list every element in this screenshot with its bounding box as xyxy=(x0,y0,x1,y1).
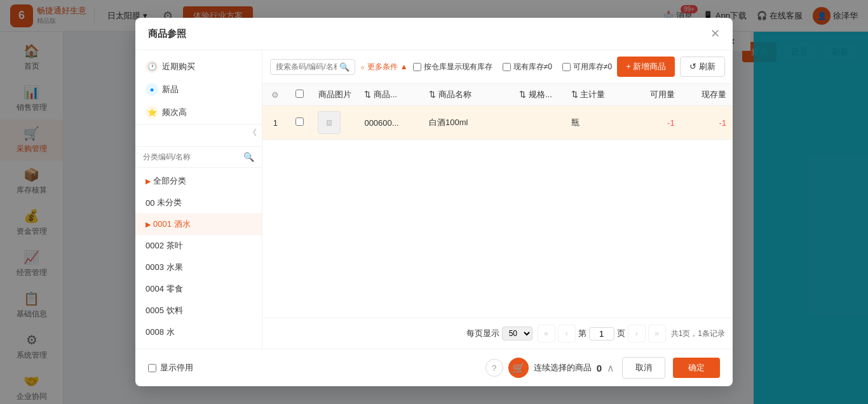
checkbox-available-nonzero-input[interactable] xyxy=(562,63,571,71)
col-unit-header[interactable]: ⇅ 主计量 xyxy=(565,84,616,106)
col-img-header: 商品图片 xyxy=(311,84,358,106)
checkbox-stock-nonzero-label: 现有库存≠0 xyxy=(513,62,552,72)
page-nav: « ‹ 第 页 › » xyxy=(538,325,666,342)
col-settings[interactable]: ⚙ xyxy=(262,84,288,106)
modal-overlay: 商品参照 ✕ 🕐 近期购买 ● 新品 ⭐ 频次高 xyxy=(0,0,868,404)
category-search-input[interactable] xyxy=(143,152,240,161)
col-code-header[interactable]: ⇅ 商品... xyxy=(358,84,423,106)
row-img-cell: 🖼 xyxy=(311,106,358,140)
page-first-btn[interactable]: « xyxy=(538,325,555,342)
category-0001[interactable]: ▶ 0001 酒水 xyxy=(135,213,262,235)
row-available: -1 xyxy=(616,106,681,140)
refresh-btn[interactable]: ↺ 刷新 xyxy=(680,57,725,77)
product-search-input[interactable] xyxy=(276,62,337,71)
checkbox-available-nonzero-label: 可用库存≠0 xyxy=(573,62,612,72)
show-disabled-checkbox[interactable] xyxy=(148,364,156,372)
col-checkbox xyxy=(288,84,312,106)
page-prev-btn[interactable]: ‹ xyxy=(558,325,576,342)
col-code-label: 商品... xyxy=(374,90,397,99)
col-stock-label: 现存量 xyxy=(702,90,726,99)
product-table: ⚙ 商品图片 ⇅ 商品... ⇅ xyxy=(262,84,733,140)
help-btn[interactable]: ? xyxy=(485,359,503,377)
select-all-checkbox[interactable] xyxy=(295,90,304,98)
col-name-header[interactable]: ⇅ 商品名称 xyxy=(423,84,513,106)
category-0004-label: 0004 零食 xyxy=(146,283,183,295)
category-0003[interactable]: 0003 水果 xyxy=(135,257,262,278)
category-0005-label: 0005 饮料 xyxy=(146,305,183,316)
search-icon[interactable]: 🔍 xyxy=(243,152,254,162)
row-stock: -1 xyxy=(681,106,733,140)
add-product-btn[interactable]: + 新增商品 xyxy=(617,57,675,77)
cart-icon: 🛒 xyxy=(512,362,525,374)
quick-link-recent[interactable]: 🕐 近期购买 xyxy=(135,55,262,78)
page-last-btn[interactable]: » xyxy=(648,325,666,342)
checkbox-warehouse-input[interactable] xyxy=(413,63,421,71)
filter-checkboxes: 按仓库显示现有库存 现有库存≠0 可用库存≠0 xyxy=(413,62,613,72)
freq-icon: ⭐ xyxy=(146,106,158,119)
sort-icon-code: ⇅ xyxy=(364,90,371,99)
category-all[interactable]: ▶ 全部分类 xyxy=(135,170,262,192)
checkbox-stock-nonzero[interactable]: 现有库存≠0 xyxy=(503,62,552,72)
filter-btn[interactable]: ⬦ 更多条件 ▲ xyxy=(360,62,408,72)
filter-icon: ⬦ xyxy=(360,62,365,71)
product-image: 🖼 xyxy=(318,111,341,134)
help-icon: ? xyxy=(492,363,496,373)
category-0008-label: 0008 水 xyxy=(146,327,175,338)
col-spec-header[interactable]: ⇅ 规格... xyxy=(513,84,564,106)
per-page-label: 每页显示 xyxy=(466,328,499,339)
checkbox-available-nonzero[interactable]: 可用库存≠0 xyxy=(562,62,612,72)
quick-link-new[interactable]: ● 新品 xyxy=(135,78,262,101)
category-0005[interactable]: 0005 饮料 xyxy=(135,300,262,321)
footer-cart: ? 🛒 连续选择的商品 0 ∧ xyxy=(485,358,614,378)
cart-count: 0 xyxy=(597,363,602,374)
per-page-dropdown[interactable]: 50 xyxy=(502,327,532,340)
collapse-left-btn[interactable]: 《 xyxy=(135,124,262,141)
footer-collapse-btn[interactable]: ∧ xyxy=(607,362,614,374)
confirm-btn[interactable]: 确定 xyxy=(673,358,720,378)
cancel-btn[interactable]: 取消 xyxy=(622,357,665,379)
category-search: 🔍 xyxy=(135,147,262,168)
category-00[interactable]: 00 未分类 xyxy=(135,192,262,213)
col-unit-label: 主计量 xyxy=(580,90,605,99)
toolbar-right: + 新增商品 ↺ 刷新 xyxy=(617,57,725,77)
filter-arrow-icon: ▲ xyxy=(400,62,408,71)
category-0002-label: 0002 茶叶 xyxy=(146,240,183,252)
category-0002[interactable]: 0002 茶叶 xyxy=(135,235,262,257)
table-toolbar: 🔍 ⬦ 更多条件 ▲ 按仓库显示现有库存 现 xyxy=(262,50,733,84)
checkbox-stock-nonzero-input[interactable] xyxy=(503,63,511,71)
left-panel: 🕐 近期购买 ● 新品 ⭐ 频次高 《 xyxy=(135,50,262,349)
cart-icon-btn[interactable]: 🛒 xyxy=(508,358,529,378)
sort-icon-spec: ⇅ xyxy=(519,90,526,99)
category-0004[interactable]: 0004 零食 xyxy=(135,278,262,300)
right-panel: 🔍 ⬦ 更多条件 ▲ 按仓库显示现有库存 现 xyxy=(262,50,733,349)
row-code: 000600... xyxy=(358,106,423,140)
col-available-label: 可用量 xyxy=(650,90,675,99)
category-0003-label: 0003 水果 xyxy=(146,262,183,273)
pagination: 每页显示 50 « ‹ 第 页 › » 共1页，1条记录 xyxy=(262,318,733,349)
product-reference-modal: 商品参照 ✕ 🕐 近期购买 ● 新品 ⭐ 频次高 xyxy=(135,18,733,386)
row-checkbox-cell xyxy=(288,106,312,140)
sort-icon-name: ⇅ xyxy=(429,90,436,99)
category-0010[interactable]: 0010 家电 xyxy=(135,343,262,349)
recent-label: 近期购买 xyxy=(162,61,195,72)
sort-icon-unit: ⇅ xyxy=(571,90,578,99)
category-0001-arrow: ▶ xyxy=(146,220,151,229)
col-available-header: 可用量 xyxy=(616,84,681,106)
new-product-icon: ● xyxy=(146,83,158,96)
quick-link-freq[interactable]: ⭐ 频次高 xyxy=(135,101,262,124)
checkbox-warehouse[interactable]: 按仓库显示现有库存 xyxy=(413,62,492,72)
page-number-input[interactable] xyxy=(589,327,614,340)
category-0008[interactable]: 0008 水 xyxy=(135,321,262,343)
page-next-btn[interactable]: › xyxy=(628,325,646,342)
row-name: 白酒100ml xyxy=(423,106,513,140)
quick-links: 🕐 近期购买 ● 新品 ⭐ 频次高 《 xyxy=(135,50,262,147)
category-0001-label: 0001 酒水 xyxy=(153,219,191,230)
category-list: ▶ 全部分类 00 未分类 ▶ 0001 酒水 0002 茶叶 xyxy=(135,168,262,349)
modal-close-btn[interactable]: ✕ xyxy=(710,27,720,41)
page-suffix: 页 xyxy=(617,328,625,339)
table-row[interactable]: 1 🖼 000600... 白酒100ml 瓶 -1 -1 xyxy=(262,106,733,140)
show-disabled-check[interactable]: 显示停用 xyxy=(148,362,193,374)
row-checkbox[interactable] xyxy=(295,118,304,126)
page-label: 第 xyxy=(578,328,587,339)
search-submit-icon[interactable]: 🔍 xyxy=(339,62,349,72)
